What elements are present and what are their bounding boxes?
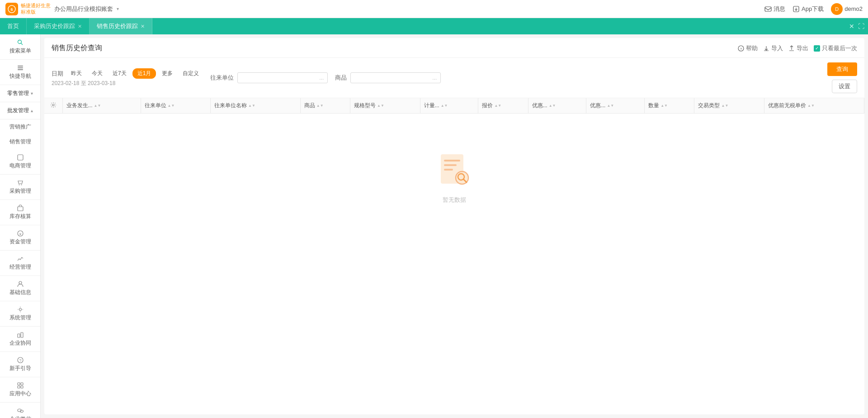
table-col-biz-date[interactable]: 业务发生... ▲▼ xyxy=(62,98,141,114)
sidebar-item-ops-mgmt[interactable]: 经营管理 xyxy=(0,251,40,276)
svg-point-10 xyxy=(19,185,19,185)
svg-text:6: 6 xyxy=(10,7,13,12)
date-btn-today[interactable]: 今天 xyxy=(88,68,107,79)
sort-goods-icon: ▲▼ xyxy=(316,104,324,108)
filter-bar: 日期 昨天 今天 近7天 近1月 更多 自定义 2023-02-18 至 202… xyxy=(44,58,864,98)
table-col-unit[interactable]: 计量... ▲▼ xyxy=(420,98,478,114)
logo-icon: 6 xyxy=(5,3,18,15)
main-layout: 搜索菜单 快捷导航 零售管理 ▾ 批发管理 ▴ 营销推广 销售管理 电商管理 采… xyxy=(0,34,868,418)
tab-purchase-close-icon[interactable]: ✕ xyxy=(78,24,82,29)
app-download-btn[interactable]: App下载 xyxy=(793,5,824,13)
tab-home[interactable]: 首页 xyxy=(0,18,27,34)
export-btn[interactable]: 导出 xyxy=(788,44,808,52)
page-header-actions: ? 帮助 导入 导出 ✓ 只看最后一次 xyxy=(738,44,857,52)
sidebar-item-marketing[interactable]: 营销推广 xyxy=(0,119,40,134)
user-menu[interactable]: D demo2 xyxy=(831,3,863,15)
svg-rect-24 xyxy=(21,386,23,388)
empty-icon xyxy=(434,150,475,190)
sidebar-item-app-center[interactable]: 应用中心 xyxy=(0,377,40,403)
table-col-partner-name[interactable]: 往来单位名称 ▲▼ xyxy=(211,98,301,114)
date-btn-1month[interactable]: 近1月 xyxy=(132,68,156,79)
only-last-checkbox[interactable]: ✓ 只看最后一次 xyxy=(814,44,857,52)
date-range-text: 2023-02-18 至 2023-03-18 xyxy=(52,80,203,87)
svg-rect-12 xyxy=(18,207,23,211)
top-bar: 6 畅捷通好生意 标准版 办公用品行业模拟账套 ▾ 消息 App下载 D dem… xyxy=(0,0,868,18)
sidebar-item-sales-mgmt[interactable]: 销售管理 xyxy=(0,134,40,149)
goods-filter-group: 商品 ... xyxy=(335,72,441,83)
partner-input[interactable]: ... xyxy=(237,72,328,83)
table-col-discount1[interactable]: 优惠... ▲▼ xyxy=(528,98,586,114)
tab-maximize-icon[interactable]: ⛶ xyxy=(858,23,864,30)
svg-rect-33 xyxy=(444,169,453,171)
date-label: 日期 xyxy=(52,70,63,78)
date-btn-more[interactable]: 更多 xyxy=(158,68,177,79)
help-btn[interactable]: ? 帮助 xyxy=(738,44,758,52)
svg-point-15 xyxy=(19,281,22,284)
sort-quantity-icon: ▲▼ xyxy=(660,104,668,108)
table-container: 业务发生... ▲▼ 往来单位 ▲▼ xyxy=(44,98,864,414)
page-header: 销售历史价查询 ? 帮助 导入 导出 ✓ xyxy=(44,38,864,58)
sort-pre-tax-icon: ▲▼ xyxy=(807,104,815,108)
svg-rect-18 xyxy=(21,332,23,337)
tab-actions: ✕ ⛶ xyxy=(845,18,868,34)
tab-sales-close-icon[interactable]: ✕ xyxy=(141,24,145,29)
sidebar-item-search-menu[interactable]: 搜索菜单 xyxy=(0,34,40,60)
sidebar-item-ecom-mgmt[interactable]: 电商管理 xyxy=(0,149,40,175)
query-button[interactable]: 查询 xyxy=(827,62,857,76)
tab-sales-history[interactable]: 销售历史价跟踪 ✕ xyxy=(90,18,152,34)
table-col-pre-tax-price[interactable]: 优惠前无税单价 ▲▼ xyxy=(764,98,864,114)
date-btn-7days[interactable]: 近7天 xyxy=(108,68,131,79)
sidebar-item-wholesale-mgmt[interactable]: 批发管理 ▴ xyxy=(0,102,40,119)
sort-partner-code-icon: ▲▼ xyxy=(168,104,175,108)
date-btn-yesterday[interactable]: 昨天 xyxy=(67,68,86,79)
svg-rect-32 xyxy=(444,164,457,166)
svg-rect-22 xyxy=(21,383,23,385)
settings-button[interactable]: 设置 xyxy=(832,80,857,93)
avatar: D xyxy=(831,3,843,15)
table-col-goods[interactable]: 商品 ▲▼ xyxy=(300,98,350,114)
table-col-quote[interactable]: 报价 ▲▼ xyxy=(478,98,528,114)
sidebar-item-finance-mgmt[interactable]: ¥ 资金管理 xyxy=(0,225,40,251)
table-col-quantity[interactable]: 数量 ▲▼ xyxy=(645,98,694,114)
import-btn[interactable]: 导入 xyxy=(763,44,783,52)
goods-label: 商品 xyxy=(335,74,347,82)
svg-rect-23 xyxy=(18,386,20,388)
table-col-spec[interactable]: 规格型号 ▲▼ xyxy=(350,98,420,114)
table-col-trade-type[interactable]: 交易类型 ▲▼ xyxy=(694,98,764,114)
svg-point-4 xyxy=(18,40,21,44)
content-area: 销售历史价查询 ? 帮助 导入 导出 ✓ xyxy=(41,34,868,418)
sort-trade-type-icon: ▲▼ xyxy=(721,104,728,108)
sort-quote-icon: ▲▼ xyxy=(494,104,501,108)
sort-spec-icon: ▲▼ xyxy=(377,104,384,108)
sidebar-item-purchase-mgmt[interactable]: 采购管理 xyxy=(0,175,40,200)
sidebar-item-basic-info[interactable]: 基础信息 xyxy=(0,276,40,301)
top-bar-right: 消息 App下载 D demo2 xyxy=(764,3,863,15)
svg-line-5 xyxy=(21,43,23,45)
sort-partner-name-icon: ▲▼ xyxy=(248,104,255,108)
sidebar-item-quick-nav[interactable]: 快捷导航 xyxy=(0,60,40,85)
sidebar-item-enterprise-coop[interactable]: 企业协同 xyxy=(0,327,40,352)
tab-close-all-icon[interactable]: ✕ xyxy=(849,23,854,30)
logo-text: 畅捷通好生意 标准版 xyxy=(21,3,51,14)
checkbox-teal-icon: ✓ xyxy=(814,45,820,52)
sidebar-item-enterprise-wechat[interactable]: 企业微信 xyxy=(0,403,40,418)
sidebar-item-retail-mgmt[interactable]: 零售管理 ▾ xyxy=(0,85,40,102)
sidebar-item-inventory[interactable]: 库存核算 xyxy=(0,200,40,225)
date-btn-custom[interactable]: 自定义 xyxy=(179,68,203,79)
app-title-dropdown[interactable]: ▾ xyxy=(117,6,119,11)
wholesale-mgmt-arrow: ▴ xyxy=(31,108,33,113)
table-col-gear[interactable] xyxy=(44,98,62,114)
goods-input[interactable]: ... xyxy=(350,72,441,83)
retail-mgmt-arrow: ▾ xyxy=(31,91,33,96)
sort-discount1-icon: ▲▼ xyxy=(549,104,556,108)
svg-point-29 xyxy=(52,104,54,106)
sidebar-item-newbie-guide[interactable]: ? 新手引导 xyxy=(0,352,40,377)
table-col-discount2[interactable]: 优惠... ▲▼ xyxy=(586,98,645,114)
tab-purchase-history[interactable]: 采购历史价跟踪 ✕ xyxy=(27,18,90,34)
sort-unit-icon: ▲▼ xyxy=(441,104,448,108)
table-col-partner-code[interactable]: 往来单位 ▲▼ xyxy=(141,98,211,114)
sidebar-item-system-mgmt[interactable]: 系统管理 xyxy=(0,301,40,327)
logo-area: 6 畅捷通好生意 标准版 xyxy=(5,3,51,15)
partner-filter-group: 往来单位 ... xyxy=(210,72,328,83)
message-btn[interactable]: 消息 xyxy=(764,5,785,13)
